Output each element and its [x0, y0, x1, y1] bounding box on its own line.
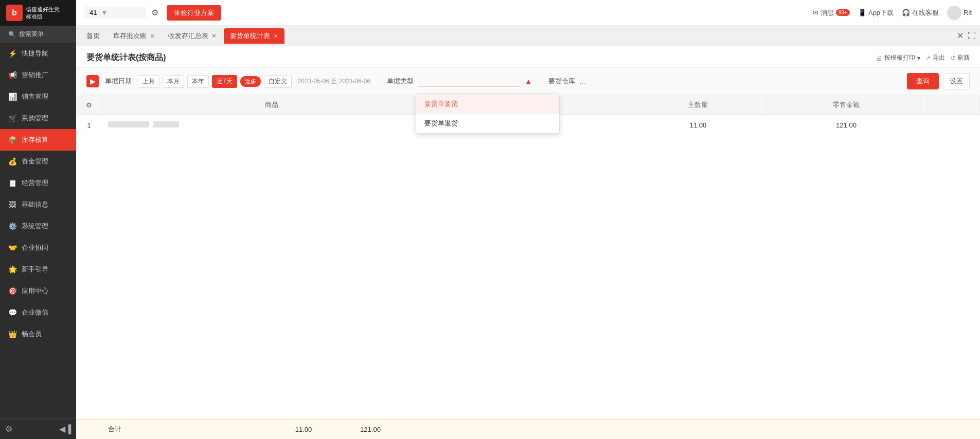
sidebar-item-label: 畅会员: [22, 330, 42, 339]
sidebar-item-system[interactable]: ⚙️ 系统管理: [0, 215, 76, 237]
tab-close-all-icon[interactable]: ✕: [957, 31, 964, 41]
topbar-right: ✉ 消息 99+ 📱 App下载 🎧 在线客服 Rit: [813, 6, 972, 20]
user-avatar[interactable]: Rit: [947, 6, 972, 20]
type-dropdown: 要货单要货 要货单退货: [416, 94, 560, 134]
refresh-icon: ↺: [950, 54, 955, 62]
footer-amount: 121.00: [345, 426, 396, 433]
tab-close-icon[interactable]: ✕: [211, 32, 217, 40]
dropdown-item-require-order[interactable]: 要货单要货: [416, 94, 559, 114]
app-logo-icon: b: [6, 5, 23, 21]
type-dropdown-arrow-icon[interactable]: ▲: [525, 77, 532, 85]
sidebar-item-label: 销售管理: [22, 92, 48, 101]
tab-order-stat[interactable]: 要货单统计表 ✕: [224, 28, 284, 44]
sidebar-item-enterprise[interactable]: 🤝 企业协同: [0, 237, 76, 259]
warehouse-label: 要货仓库: [548, 77, 575, 86]
sidebar-logo: b 畅捷通好生意 标准版: [0, 0, 76, 26]
table-area: ⚙ 商品 主计量单位 主数量 零售金额 1: [76, 95, 980, 419]
filter-actions: 查询 设置: [907, 73, 970, 89]
app-logo-text: 畅捷通好生意 标准版: [26, 6, 60, 21]
basic-icon: 🖼: [7, 199, 17, 210]
sidebar-item-shortcut[interactable]: ⚡ 快捷导航: [0, 43, 76, 64]
filter-toggle-button[interactable]: ▶: [86, 75, 99, 87]
tabbar-controls: ✕ ⛶: [957, 31, 976, 41]
sidebar-item-newbie[interactable]: 🌟 新手引导: [0, 259, 76, 280]
tab-home[interactable]: 首页: [80, 28, 106, 44]
period-this-year[interactable]: 本年: [187, 75, 209, 88]
appstore-icon: 🎯: [7, 286, 17, 296]
sidebar-item-operation[interactable]: 📋 经营管理: [0, 172, 76, 194]
export-button[interactable]: ↗ 导出: [925, 53, 945, 62]
app-label: App下载: [868, 8, 894, 17]
sidebar-item-label: 经营管理: [22, 178, 48, 188]
sidebar-item-inventory[interactable]: 📦 库存核算: [0, 129, 76, 151]
period-this-month[interactable]: 本月: [163, 75, 184, 88]
sidebar-item-member[interactable]: 👑 畅会员: [0, 323, 76, 345]
template-print-button[interactable]: 🖨 按模板打印 ▾: [876, 53, 920, 62]
print-icon: 🖨: [876, 54, 882, 62]
tab-label: 库存批次账: [113, 31, 147, 41]
messages-button[interactable]: ✉ 消息 99+: [813, 8, 850, 17]
settings-button[interactable]: 设置: [943, 73, 970, 89]
warehouse-more-icon[interactable]: …: [579, 78, 586, 85]
type-filter-input[interactable]: [418, 76, 521, 86]
period-filter-group: 上月 本月 本年 近7天 近多 自定义: [138, 75, 292, 88]
trial-button[interactable]: 体验行业方案: [167, 5, 221, 21]
period-last-month[interactable]: 上月: [138, 75, 159, 88]
sidebar-search[interactable]: 🔍 搜索菜单: [0, 26, 76, 43]
system-icon: ⚙️: [7, 221, 17, 231]
sidebar-settings-icon[interactable]: ⚙: [5, 424, 12, 434]
username-label: Rit: [964, 9, 972, 16]
product-placeholder: [108, 121, 149, 127]
type-filter-group: 单据类型 ▲: [387, 76, 532, 86]
table-footer: 合计 11.00 121.00: [76, 419, 980, 439]
refresh-button[interactable]: ↺ 刷新: [950, 53, 970, 62]
marketing-icon: 📢: [7, 70, 17, 80]
store-selector[interactable]: 41 ▼: [84, 7, 146, 19]
tab-label: 要货单统计表: [230, 31, 270, 41]
sidebar-collapse-icon[interactable]: ◀▐: [59, 424, 71, 434]
sidebar-item-sales[interactable]: 📊 销售管理: [0, 86, 76, 107]
newbie-icon: 🌟: [7, 264, 17, 275]
sidebar-item-wechat[interactable]: 💬 企业微信: [0, 302, 76, 323]
dropdown-item-return-order[interactable]: 要货单退货: [416, 114, 559, 133]
period-7days[interactable]: 近7天: [212, 75, 237, 88]
col-product: 商品: [102, 95, 441, 115]
message-icon: ✉: [813, 9, 818, 16]
col-settings-icon[interactable]: ⚙: [86, 101, 92, 109]
sidebar-item-label: 系统管理: [22, 222, 48, 231]
tab-close-icon[interactable]: ✕: [150, 32, 155, 40]
cell-amount: 121.00: [765, 115, 928, 135]
sidebar-item-label: 采购管理: [22, 114, 48, 123]
page-header: 要货单统计表(按商品) 🖨 按模板打印 ▾ ↗ 导出 ↺ 刷新: [76, 46, 980, 68]
sidebar-item-label: 基础信息: [22, 200, 48, 209]
tab-expand-icon[interactable]: ⛶: [968, 31, 976, 41]
topbar-settings-icon[interactable]: ⚙: [151, 8, 158, 17]
sidebar-item-label: 快捷导航: [22, 49, 48, 58]
sidebar-bottom: ⚙ ◀▐: [0, 418, 76, 439]
footer-qty: 11.00: [278, 426, 329, 433]
period-custom[interactable]: 自定义: [264, 75, 292, 88]
sidebar: b 畅捷通好生意 标准版 🔍 搜索菜单 ⚡ 快捷导航 📢 营销推广 📊 销售管理…: [0, 0, 76, 439]
period-more[interactable]: 近多: [240, 76, 261, 87]
cell-qty: 11.00: [631, 115, 765, 135]
sidebar-item-label: 营销推广: [22, 70, 48, 80]
tab-inventory-batch[interactable]: 库存批次账 ✕: [107, 28, 161, 44]
service-icon: 🎧: [902, 9, 910, 16]
sidebar-item-purchase[interactable]: 🛒 采购管理: [0, 107, 76, 129]
tab-close-icon[interactable]: ✕: [273, 32, 278, 40]
purchase-icon: 🛒: [7, 113, 17, 123]
sidebar-item-appstore[interactable]: 🎯 应用中心: [0, 280, 76, 302]
sidebar-item-basic[interactable]: 🖼 基础信息: [0, 194, 76, 215]
service-button[interactable]: 🎧 在线客服: [902, 8, 939, 17]
sidebar-item-marketing[interactable]: 📢 营销推广: [0, 64, 76, 86]
date-range-label: 2023-05-06 至 2023-06-06: [298, 77, 370, 86]
tab-home-label: 首页: [86, 31, 100, 41]
enterprise-icon: 🤝: [7, 243, 17, 253]
content-area: 要货单统计表(按商品) 🖨 按模板打印 ▾ ↗ 导出 ↺ 刷新 ▶: [76, 46, 980, 439]
member-icon: 👑: [7, 329, 17, 339]
tab-receive-summary[interactable]: 收发存汇总表 ✕: [162, 28, 223, 44]
app-download-button[interactable]: 📱 App下载: [858, 8, 894, 17]
sidebar-item-finance[interactable]: 💰 资金管理: [0, 151, 76, 172]
col-amount: 零售金额: [765, 95, 928, 115]
query-button[interactable]: 查询: [907, 73, 939, 89]
